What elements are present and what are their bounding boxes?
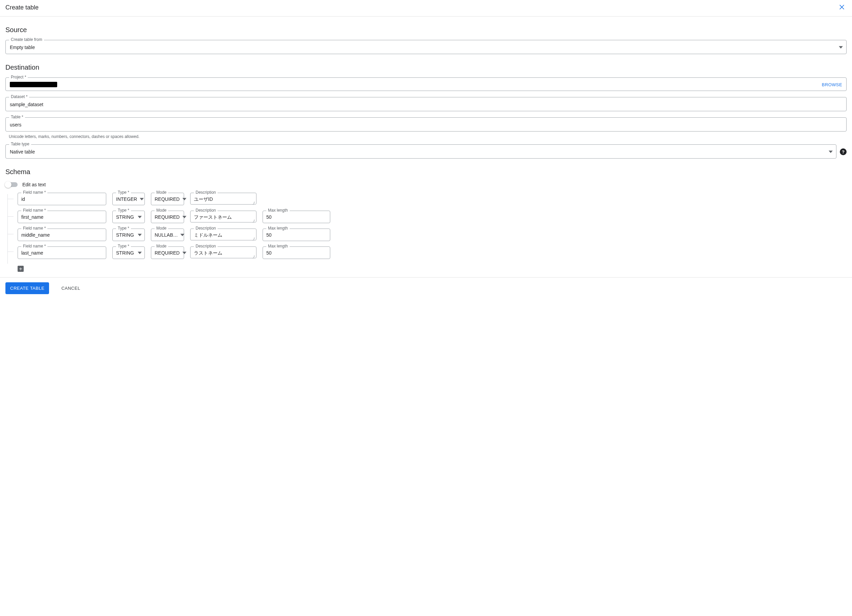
field-mode-label: Mode	[155, 190, 168, 195]
field-type-select[interactable]: Type * INTEGER	[112, 193, 145, 205]
field-name-input[interactable]: Field name * id	[18, 193, 106, 205]
close-button[interactable]	[837, 3, 847, 12]
field-description-input[interactable]: Description ラストネーム	[190, 247, 257, 258]
field-type-value: STRING	[116, 250, 135, 256]
field-type-select[interactable]: Type * STRING	[112, 229, 145, 241]
field-type-select[interactable]: Type * STRING	[112, 247, 145, 259]
table-field[interactable]: Table * users	[5, 117, 847, 131]
dialog-header: Create table	[0, 0, 852, 17]
edit-as-text-label: Edit as text	[22, 182, 46, 187]
field-description-input[interactable]: Description ユーザID	[190, 193, 257, 205]
cancel-button[interactable]: CANCEL	[56, 282, 85, 294]
field-mode-value: REQUIRED	[155, 214, 180, 220]
resize-handle-icon[interactable]	[252, 254, 255, 257]
field-maxlength-label: Max length	[266, 208, 290, 213]
plus-icon: ＋	[18, 266, 23, 271]
dropdown-icon	[182, 215, 186, 219]
field-type-select[interactable]: Type * STRING	[112, 211, 145, 223]
field-description-input[interactable]: Description ミドルネーム	[190, 229, 257, 240]
table-type-value: Native table	[10, 149, 826, 155]
schema-row: Field name * id Type * INTEGER Mode REQU…	[18, 193, 847, 205]
resize-handle-icon[interactable]	[252, 200, 255, 203]
edit-as-text-toggle[interactable]	[5, 182, 18, 187]
field-name-label: Field name *	[21, 226, 47, 230]
table-type-label: Table type	[9, 142, 31, 146]
schema-heading: Schema	[5, 168, 847, 176]
schema-tree-gutter	[5, 193, 18, 272]
field-maxlength-label: Max length	[266, 226, 290, 230]
field-maxlength-input[interactable]: Max length 50	[263, 247, 330, 259]
field-maxlength-value: 50	[266, 250, 326, 256]
schema-section: Schema Edit as text Field name *	[5, 168, 847, 272]
field-type-label: Type *	[116, 208, 131, 213]
field-name-value: last_name	[21, 250, 103, 256]
field-description-label: Description	[194, 226, 218, 230]
field-description-input[interactable]: Description ファーストネーム	[190, 211, 257, 223]
field-description-value: ユーザID	[194, 196, 253, 202]
table-helper-text: Unicode letters, marks, numbers, connect…	[9, 134, 847, 139]
dropdown-icon	[182, 251, 186, 255]
field-description-value: ラストネーム	[194, 250, 253, 256]
field-name-value: id	[21, 196, 103, 202]
table-value: users	[10, 122, 842, 128]
field-type-value: INTEGER	[116, 196, 137, 202]
browse-button[interactable]: BROWSE	[822, 82, 842, 87]
source-section: Source Create table from Empty table	[5, 26, 847, 54]
create-table-button[interactable]: CREATE TABLE	[5, 282, 49, 294]
toggle-knob	[5, 181, 12, 188]
add-field-button[interactable]: ＋	[18, 266, 24, 272]
field-mode-value: REQUIRED	[155, 196, 180, 202]
field-mode-label: Mode	[155, 226, 168, 230]
field-name-label: Field name *	[21, 208, 47, 213]
field-maxlength-value: 50	[266, 214, 326, 220]
field-mode-select[interactable]: Mode REQUIRED	[151, 211, 184, 223]
field-maxlength-input[interactable]: Max length 50	[263, 211, 330, 223]
field-name-input[interactable]: Field name * last_name	[18, 247, 106, 259]
field-mode-select[interactable]: Mode NULLAB…	[151, 229, 184, 241]
field-type-value: STRING	[116, 214, 135, 220]
field-description-value: ファーストネーム	[194, 214, 253, 220]
destination-section: Destination Project * BROWSE Dataset * s…	[5, 63, 847, 158]
dropdown-icon	[138, 215, 142, 219]
schema-row: Field name * middle_name Type * STRING M…	[18, 229, 847, 241]
field-name-input[interactable]: Field name * middle_name	[18, 229, 106, 241]
source-heading: Source	[5, 26, 847, 34]
field-name-input[interactable]: Field name * first_name	[18, 211, 106, 223]
close-icon	[838, 4, 845, 12]
field-name-value: first_name	[21, 214, 103, 220]
field-maxlength-value: 50	[266, 232, 326, 238]
create-table-from-label: Create table from	[9, 37, 44, 42]
dropdown-icon	[140, 197, 144, 201]
field-mode-label: Mode	[155, 208, 168, 213]
dropdown-icon	[138, 233, 142, 237]
project-value-redacted	[10, 82, 57, 87]
field-maxlength-input[interactable]: Max length 50	[263, 229, 330, 241]
field-type-label: Type *	[116, 244, 131, 249]
dataset-field[interactable]: Dataset * sample_dataset	[5, 97, 847, 111]
field-type-value: STRING	[116, 232, 135, 238]
schema-row: Field name * first_name Type * STRING Mo…	[18, 211, 847, 223]
table-type-select[interactable]: Table type Native table	[5, 145, 837, 158]
dropdown-icon	[839, 45, 843, 49]
create-table-from-select[interactable]: Create table from Empty table	[5, 40, 847, 54]
resize-handle-icon[interactable]	[252, 236, 255, 239]
dataset-label: Dataset *	[9, 94, 29, 99]
dropdown-icon	[180, 233, 184, 237]
field-mode-select[interactable]: Mode REQUIRED	[151, 193, 184, 205]
destination-heading: Destination	[5, 63, 847, 71]
field-description-value: ミドルネーム	[194, 232, 253, 238]
field-mode-value: REQUIRED	[155, 250, 180, 256]
field-name-label: Field name *	[21, 244, 47, 249]
dialog-footer: CREATE TABLE CANCEL	[0, 277, 852, 301]
dropdown-icon	[138, 251, 142, 255]
resize-handle-icon[interactable]	[252, 218, 255, 221]
field-name-label: Field name *	[21, 190, 47, 195]
field-mode-value: NULLAB…	[155, 232, 178, 238]
field-maxlength-label: Max length	[266, 244, 290, 249]
field-mode-label: Mode	[155, 244, 168, 249]
help-icon[interactable]: ?	[840, 148, 847, 155]
project-field[interactable]: Project * BROWSE	[5, 77, 847, 91]
field-mode-select[interactable]: Mode REQUIRED	[151, 247, 184, 259]
field-type-label: Type *	[116, 190, 131, 195]
table-label: Table *	[9, 114, 25, 119]
